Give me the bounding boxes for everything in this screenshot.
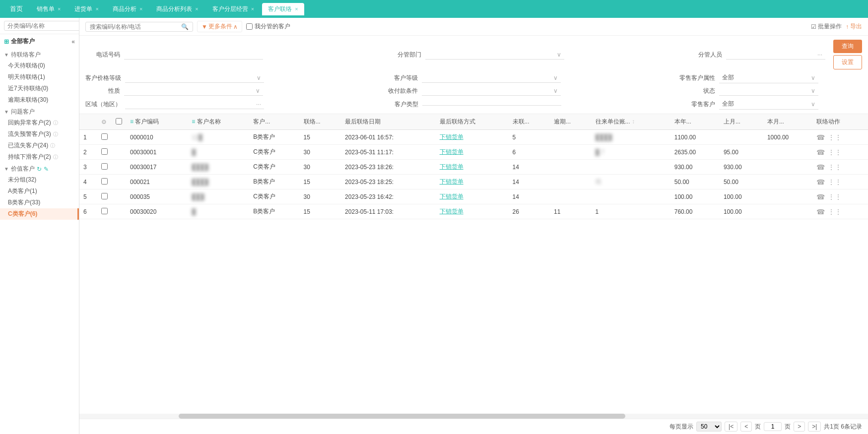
cell-last-contact-way[interactable]: 下销货单 <box>436 189 509 204</box>
sidebar-item-declining[interactable]: 持续下滑客户(2)ⓘ <box>0 151 79 163</box>
filter-nature-select[interactable]: ∨ <box>124 86 263 96</box>
more-action-icon[interactable]: ⋮⋮ <box>828 178 842 186</box>
phone-action-icon[interactable]: ☎ <box>816 208 825 216</box>
col-unit-history[interactable]: 往来单位账... ↕ <box>592 114 670 130</box>
filter-dept-select[interactable]: ∨ <box>425 50 564 60</box>
sidebar-item-today[interactable]: 今天待联络(0) <box>0 60 79 71</box>
phone-action-icon[interactable]: ☎ <box>816 193 825 201</box>
cell-checkbox[interactable] <box>97 130 112 145</box>
my-customers-checkbox[interactable] <box>246 23 253 30</box>
col-not-contact[interactable]: 未联... <box>509 114 550 130</box>
sidebar-item-class-b[interactable]: B类客户(33) <box>0 197 79 208</box>
col-settings[interactable]: ⚙ <box>97 114 112 130</box>
phone-action-icon[interactable]: ☎ <box>816 178 825 186</box>
sidebar-item-ungrouped[interactable]: 未分组(32) <box>0 174 79 186</box>
first-page-button[interactable]: |< <box>725 422 737 432</box>
nav-tab-customer-tier[interactable]: 客户分层经营× <box>206 3 260 15</box>
nav-tab-sales[interactable]: 销售单× <box>31 3 67 15</box>
cell-checkbox[interactable] <box>97 175 112 189</box>
cell-last-contact-way[interactable]: 下销货单 <box>436 175 509 189</box>
row-checkbox-1[interactable] <box>101 148 108 155</box>
cell-checkbox2[interactable] <box>112 145 126 160</box>
nav-tab-customer-contact[interactable]: 客户联络× <box>262 3 304 15</box>
collapse-icon[interactable]: « <box>71 38 75 45</box>
sidebar-item-7days[interactable]: 近7天待联络(0) <box>0 83 79 94</box>
cell-checkbox2[interactable] <box>112 189 126 204</box>
col-this-month[interactable]: 本月... <box>763 114 812 130</box>
more-action-icon[interactable]: ⋮⋮ <box>828 148 842 156</box>
col-type[interactable]: 客户... <box>249 114 299 130</box>
cell-checkbox2[interactable] <box>112 175 126 189</box>
row-checkbox-3[interactable] <box>101 178 108 185</box>
col-contact[interactable]: 联络... <box>300 114 341 130</box>
cell-last-contact-way[interactable]: 下销货单 <box>436 160 509 175</box>
filter-status-select[interactable]: ∨ <box>719 86 818 96</box>
more-action-icon[interactable]: ⋮⋮ <box>828 193 842 201</box>
nav-home[interactable]: 首页 <box>4 2 29 15</box>
set-button[interactable]: 设置 <box>833 55 862 69</box>
more-action-icon[interactable]: ⋮⋮ <box>828 208 842 216</box>
nav-tab-product-list[interactable]: 商品分析列表× <box>150 3 204 15</box>
row-checkbox-4[interactable] <box>101 193 108 199</box>
cell-last-contact-way[interactable]: 下销货单 <box>436 204 509 219</box>
next-page-button[interactable]: > <box>794 422 805 432</box>
more-filter-button[interactable]: ▼ 更多条件 ∧ <box>197 21 242 32</box>
col-last-month[interactable]: 上月... <box>720 114 763 130</box>
col-last-contact-date[interactable]: 最后联络日期 <box>341 114 436 130</box>
phone-action-icon[interactable]: ☎ <box>816 148 825 156</box>
cell-last-contact-way[interactable]: 下销货单 <box>436 130 509 145</box>
export-button[interactable]: ↑ 导出 <box>846 22 862 31</box>
manager-dotdot-icon[interactable]: ··· <box>817 51 822 58</box>
my-customers-checkbox-label[interactable]: 我分管的客户 <box>246 22 290 31</box>
sidebar-group-problem[interactable]: ▼ 问题客户 <box>0 106 79 117</box>
refresh-icon[interactable]: ↻ <box>37 166 42 173</box>
sidebar-group-pending[interactable]: ▼ 待联络客户 <box>0 49 79 60</box>
horizontal-scrollbar[interactable] <box>79 414 868 419</box>
sidebar-all-customers[interactable]: ⊞ 全部客户 « <box>0 34 79 49</box>
row-checkbox-2[interactable] <box>101 163 108 170</box>
query-button[interactable]: 查询 <box>833 40 862 53</box>
cell-checkbox[interactable] <box>97 145 112 160</box>
cell-checkbox2[interactable] <box>112 204 126 219</box>
col-overdue[interactable]: 逾期... <box>550 114 592 130</box>
sidebar-search-input[interactable] <box>4 21 79 31</box>
nav-tab-product-analysis[interactable]: 商品分析× <box>107 3 148 15</box>
more-action-icon[interactable]: ⋮⋮ <box>828 133 842 141</box>
sidebar-item-class-a[interactable]: A类客户(1) <box>0 186 79 197</box>
col-this-year[interactable]: 本年... <box>670 114 720 130</box>
sidebar-item-class-c[interactable]: C类客户(6) <box>0 208 79 220</box>
more-action-icon[interactable]: ⋮⋮ <box>828 163 842 171</box>
nav-tab-purchase[interactable]: 进货单× <box>68 3 104 15</box>
cell-checkbox2[interactable] <box>112 130 126 145</box>
row-checkbox-0[interactable] <box>101 133 108 140</box>
phone-action-icon[interactable]: ☎ <box>816 163 825 171</box>
prev-page-button[interactable]: < <box>740 422 752 432</box>
per-page-select[interactable]: 50 100 200 <box>696 422 722 432</box>
col-name[interactable]: ≡ 客户名称 <box>188 114 249 130</box>
row-checkbox-5[interactable] <box>101 208 108 214</box>
filter-region-select[interactable]: ··· <box>125 100 264 109</box>
sidebar-item-overdue[interactable]: 逾期未联络(30) <box>0 94 79 106</box>
batch-op-button[interactable]: ☑ 批量操作 <box>811 22 842 31</box>
filter-value-grade-select[interactable]: ∨ <box>125 73 264 83</box>
sidebar-item-churned[interactable]: 已流失客户(24)ⓘ <box>0 140 79 151</box>
sidebar-item-churn-warning[interactable]: 流失预警客户(3)ⓘ <box>0 128 79 140</box>
sidebar-item-tomorrow[interactable]: 明天待联络(1) <box>0 71 79 83</box>
edit-icon[interactable]: ✎ <box>44 166 49 173</box>
col-checkbox[interactable] <box>112 114 126 130</box>
filter-manager-select[interactable]: ··· <box>726 50 825 60</box>
filter-retail-customer-select[interactable]: 全部 ∨ <box>719 99 818 110</box>
toolbar-search-input[interactable] <box>90 23 179 30</box>
sidebar-item-repurchase-abnormal[interactable]: 回购异常客户(2)ⓘ <box>0 117 79 128</box>
cell-last-contact-way[interactable]: 下销货单 <box>436 145 509 160</box>
cell-checkbox[interactable] <box>97 160 112 175</box>
filter-payment-select[interactable]: ∨ <box>422 86 561 96</box>
filter-customer-type-select[interactable] <box>422 103 561 106</box>
last-page-button[interactable]: >| <box>808 422 821 432</box>
col-last-contact-way[interactable]: 最后联络方式 <box>436 114 509 130</box>
filter-phone-input[interactable] <box>124 50 263 60</box>
col-code[interactable]: ≡ 客户编码 <box>126 114 188 130</box>
cell-checkbox2[interactable] <box>112 160 126 175</box>
page-number-input[interactable]: 1 <box>764 422 782 431</box>
filter-retail-attr-select[interactable]: 全部 ∨ <box>719 72 818 83</box>
